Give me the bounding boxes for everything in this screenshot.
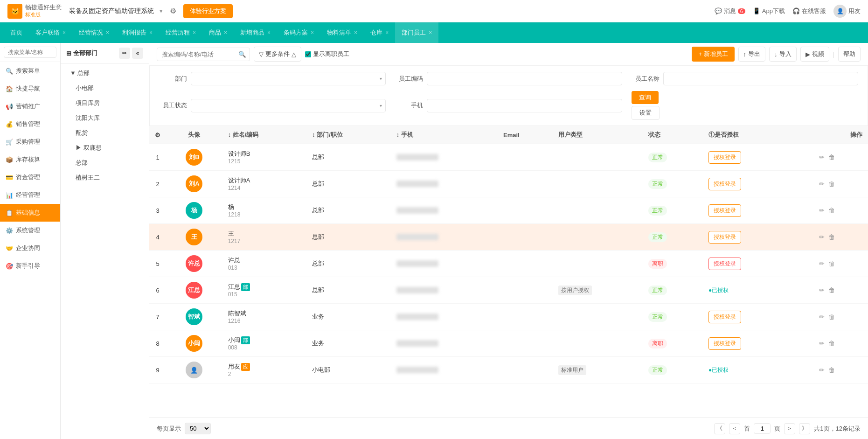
app-download-button[interactable]: 📱 App下载 bbox=[753, 7, 785, 15]
nav-tab-新增商品[interactable]: 新增商品× bbox=[234, 22, 277, 43]
message-button[interactable]: 💬 消息 6 bbox=[715, 7, 745, 15]
auth-button[interactable]: 授权登录 bbox=[708, 204, 741, 217]
show-resigned-wrap[interactable]: 显示离职员工 bbox=[305, 50, 349, 58]
auth-button[interactable]: 授权登录 bbox=[708, 337, 741, 350]
edit-icon[interactable]: ✏ bbox=[819, 366, 825, 374]
dept-item-小电部[interactable]: 小电部 bbox=[61, 81, 149, 96]
close-tab-icon[interactable]: × bbox=[193, 29, 196, 36]
sidebar-item-快捷导航[interactable]: 🏠快捷导航 bbox=[0, 80, 60, 98]
dept-item-项目库房[interactable]: 项目库房 bbox=[61, 96, 149, 111]
edit-icon[interactable]: ✏ bbox=[819, 233, 825, 241]
query-button[interactable]: 查询 bbox=[632, 91, 659, 104]
sidebar-item-采购管理[interactable]: 🛒采购管理 bbox=[0, 133, 60, 151]
import-button[interactable]: ↓ 导入 bbox=[769, 47, 797, 62]
nav-tab-部门员工[interactable]: 部门员工× bbox=[395, 22, 438, 43]
edit-icon[interactable]: ✏ bbox=[819, 153, 825, 161]
dept-item-植树王二[interactable]: 植树王二 bbox=[61, 170, 149, 185]
edit-icon[interactable]: ✏ bbox=[819, 180, 825, 188]
filter-phone-input[interactable] bbox=[427, 99, 622, 112]
collapse-panel-button[interactable]: « bbox=[132, 48, 143, 59]
edit-icon[interactable]: ✏ bbox=[819, 286, 825, 294]
close-tab-icon[interactable]: × bbox=[267, 29, 271, 36]
trial-button[interactable]: 体验行业方案 bbox=[183, 4, 233, 18]
dept-item-总部[interactable]: 总部 bbox=[61, 155, 149, 170]
delete-icon[interactable]: 🗑 bbox=[828, 366, 835, 374]
close-tab-icon[interactable]: × bbox=[149, 29, 153, 36]
dept-item-▶ 双鹿想[interactable]: ▶ 双鹿想 bbox=[61, 140, 149, 155]
sidebar-item-搜索菜单[interactable]: 🔍搜索菜单 bbox=[0, 62, 60, 80]
filter-setting-button[interactable]: 设置 bbox=[632, 106, 660, 120]
search-input[interactable] bbox=[157, 48, 250, 61]
edit-icon[interactable]: ✏ bbox=[819, 340, 825, 347]
sidebar-item-经营管理[interactable]: 📊经营管理 bbox=[0, 186, 60, 204]
export-button[interactable]: ↑ 导出 bbox=[738, 47, 766, 62]
sidebar-item-新手引导[interactable]: 🎯新手引导 bbox=[0, 257, 60, 275]
delete-icon[interactable]: 🗑 bbox=[828, 207, 835, 214]
close-tab-icon[interactable]: × bbox=[385, 29, 389, 36]
filter-dept-select[interactable] bbox=[191, 72, 386, 85]
dept-item-▼ 总部[interactable]: ▼ 总部 bbox=[61, 66, 149, 81]
edit-icon[interactable]: ✏ bbox=[819, 260, 825, 267]
auth-button[interactable]: 授权登录 bbox=[708, 151, 741, 164]
filter-empcode-input[interactable] bbox=[427, 72, 622, 85]
first-page-button[interactable]: 《 bbox=[714, 423, 725, 434]
sidebar-item-资金管理[interactable]: 💳资金管理 bbox=[0, 168, 60, 186]
dept-item-沈阳大库[interactable]: 沈阳大库 bbox=[61, 111, 149, 125]
auth-button[interactable]: 授权登录 bbox=[708, 231, 741, 244]
edit-icon[interactable]: ✏ bbox=[819, 207, 825, 214]
delete-icon[interactable]: 🗑 bbox=[828, 260, 835, 267]
nav-tab-利润报告[interactable]: 利润报告× bbox=[116, 22, 159, 43]
nav-tab-仓库[interactable]: 仓库× bbox=[364, 22, 395, 43]
sidebar-search-input[interactable] bbox=[4, 47, 56, 58]
filter-empname-input[interactable] bbox=[663, 72, 858, 85]
delete-icon[interactable]: 🗑 bbox=[828, 180, 835, 188]
sidebar-item-销售管理[interactable]: 💰销售管理 bbox=[0, 115, 60, 133]
last-page-button[interactable]: 》 bbox=[799, 423, 810, 434]
page-size-select[interactable]: 50 100 bbox=[185, 423, 211, 434]
user-button[interactable]: 👤 用友 bbox=[833, 5, 861, 18]
close-tab-icon[interactable]: × bbox=[429, 29, 432, 36]
next-page-button[interactable]: ＞ bbox=[784, 423, 795, 434]
sidebar-item-营销推广[interactable]: 📢营销推广 bbox=[0, 98, 60, 115]
search-button[interactable]: 🔍 bbox=[238, 51, 246, 58]
auth-button[interactable]: 授权登录 bbox=[708, 311, 741, 323]
prev-page-button[interactable]: ＜ bbox=[729, 423, 740, 434]
edit-dept-button[interactable]: ✏ bbox=[119, 48, 130, 59]
help-button[interactable]: 帮助 bbox=[838, 47, 861, 62]
close-tab-icon[interactable]: × bbox=[62, 29, 66, 36]
delete-icon[interactable]: 🗑 bbox=[828, 340, 835, 347]
sidebar-item-基础信息[interactable]: 📋基础信息 bbox=[0, 204, 60, 222]
close-tab-icon[interactable]: × bbox=[311, 29, 314, 36]
close-tab-icon[interactable]: × bbox=[354, 29, 357, 36]
auth-button[interactable]: 授权登录 bbox=[708, 258, 741, 270]
delete-icon[interactable]: 🗑 bbox=[828, 313, 835, 321]
sidebar-item-系统管理[interactable]: ⚙️系统管理 bbox=[0, 222, 60, 239]
more-filter-button[interactable]: ▽ 更多条件 △ bbox=[254, 47, 301, 62]
actions-cell: ✏ 🗑 bbox=[813, 197, 868, 224]
show-resigned-checkbox[interactable] bbox=[305, 51, 311, 57]
delete-icon[interactable]: 🗑 bbox=[828, 233, 835, 241]
nav-tab-条码方案[interactable]: 条码方案× bbox=[277, 22, 320, 43]
sidebar-item-库存核算[interactable]: 📦库存核算 bbox=[0, 151, 60, 168]
nav-tab-商品[interactable]: 商品× bbox=[202, 22, 234, 43]
add-employee-button[interactable]: + 新增员工 bbox=[692, 47, 734, 62]
close-tab-icon[interactable]: × bbox=[224, 29, 227, 36]
delete-icon[interactable]: 🗑 bbox=[828, 286, 835, 294]
delete-icon[interactable]: 🗑 bbox=[828, 153, 835, 161]
close-tab-icon[interactable]: × bbox=[106, 29, 109, 36]
nav-tab-经营历程[interactable]: 经营历程× bbox=[159, 22, 202, 43]
filter-status-select[interactable] bbox=[191, 99, 386, 112]
nav-tab-首页[interactable]: 首页 bbox=[4, 22, 29, 43]
sidebar-item-企业协同[interactable]: 🤝企业协同 bbox=[0, 239, 60, 257]
support-button[interactable]: 🎧 在线客服 bbox=[792, 7, 826, 15]
nav-tab-经营情况[interactable]: 经营情况× bbox=[72, 22, 116, 43]
dept-item-配货[interactable]: 配货 bbox=[61, 125, 149, 140]
system-title-arrow-icon[interactable]: ▾ bbox=[160, 7, 163, 14]
auth-button[interactable]: 授权登录 bbox=[708, 178, 741, 190]
view-button[interactable]: ▶ 视频 bbox=[800, 47, 829, 62]
settings-button[interactable]: ⚙ bbox=[167, 5, 180, 18]
page-input[interactable] bbox=[754, 423, 771, 434]
nav-tab-物料清单[interactable]: 物料清单× bbox=[320, 22, 364, 43]
nav-tab-客户联络[interactable]: 客户联络× bbox=[29, 22, 72, 43]
edit-icon[interactable]: ✏ bbox=[819, 313, 825, 321]
